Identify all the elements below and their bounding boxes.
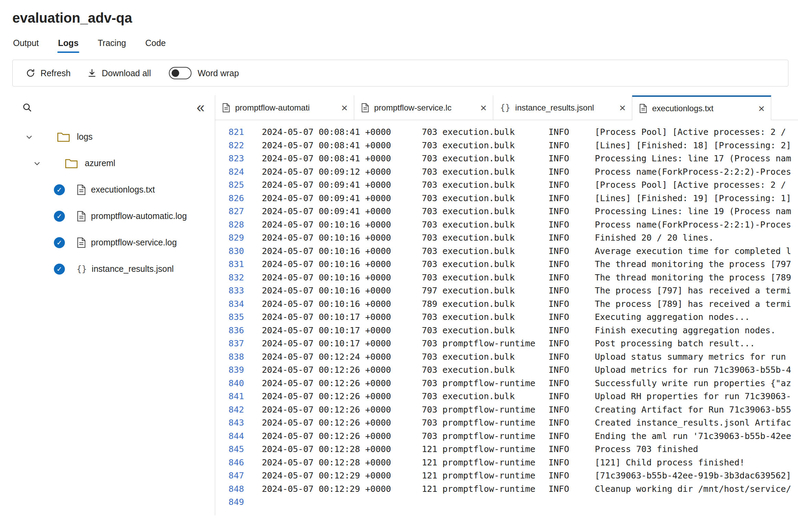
line-number: 835 [215,311,244,324]
log-logger: execution.bulk [442,390,535,403]
tree-folder-logs[interactable]: logs [12,124,215,150]
log-message: The thread monitoring the process [789 [595,271,798,285]
tab-tracing[interactable]: Tracing [97,38,127,53]
log-message: Finished 20 / 20 lines. [595,231,798,245]
log-message: Average execution time for completed l [595,245,798,258]
log-editor-area: promptflow-automati × promptflow-service… [215,95,798,515]
log-logger: execution.bulk [442,192,535,205]
editor-tab-promptflow-automatic[interactable]: promptflow-automati × [215,95,354,120]
log-line: 845 2024-05-07 00:12:28 +0000 121 prompt… [215,443,798,456]
word-wrap-toggle[interactable] [169,67,192,79]
line-number: 836 [215,324,244,337]
log-level: INFO [548,126,569,139]
log-pid: 121 [422,469,437,483]
log-message: Upload metrics for run 71c39063-b55b-4 [595,363,798,377]
document-icon [361,103,369,113]
log-level: INFO [548,192,569,205]
editor-tab-promptflow-service[interactable]: promptflow-service.lc × [354,95,493,120]
log-message: Processing Lines: line 19 (Process nam [595,205,798,218]
search-icon[interactable] [22,102,32,113]
log-pid: 703 [422,139,437,152]
download-icon [87,68,97,78]
log-level: INFO [548,205,569,218]
document-icon [77,237,86,248]
log-line: 846 2024-05-07 00:12:28 +0000 121 prompt… [215,456,798,470]
log-timestamp: 2024-05-07 00:12:26 +0000 [262,363,391,377]
log-message: Process name(ForkProcess-2:2:1)-Proces [595,218,798,232]
document-icon [222,103,230,113]
log-pid: 121 [422,443,437,456]
log-line: 828 2024-05-07 00:10:16 +0000 703 execut… [215,218,798,232]
log-timestamp: 2024-05-07 00:09:41 +0000 [262,178,391,192]
log-timestamp: 2024-05-07 00:10:16 +0000 [262,231,391,245]
log-timestamp: 2024-05-07 00:10:17 +0000 [262,311,391,324]
log-pid: 703 [422,271,437,285]
log-line: 822 2024-05-07 00:08:41 +0000 703 execut… [215,139,798,152]
log-level: INFO [548,377,569,390]
log-logger: promptflow-runtime [442,416,535,430]
log-timestamp: 2024-05-07 00:09:12 +0000 [262,165,391,179]
log-level: INFO [548,165,569,179]
log-level: INFO [548,231,569,245]
log-level: INFO [548,218,569,232]
chevron-down-icon[interactable] [32,159,42,167]
log-message: Upload status summary metrics for run [595,350,798,364]
log-logger: execution.bulk [442,165,535,179]
log-line: 833 2024-05-07 00:10:16 +0000 797 execut… [215,284,798,298]
close-icon[interactable]: × [757,103,766,114]
log-level: INFO [548,483,569,496]
word-wrap-control: Word wrap [169,67,239,79]
log-message: Creating Artifact for Run 71c39063-b55 [595,403,798,417]
log-logger: execution.bulk [442,152,535,165]
log-pid: 703 [422,324,437,337]
log-line: 836 2024-05-07 00:10:17 +0000 703 execut… [215,324,798,337]
close-icon[interactable]: × [618,102,627,113]
editor-tab-executionlogs[interactable]: executionlogs.txt × [632,95,771,120]
tree-item-promptflow-service[interactable]: ✓ promptflow-service.log [12,229,215,256]
tree-item-instance-results[interactable]: ✓ {} instance_results.jsonl [12,256,215,282]
log-line: 849 [215,496,798,509]
tab-logs[interactable]: Logs [57,38,79,53]
log-message: Ending the aml run '71c39063-b55b-42ee [595,430,798,443]
log-line: 831 2024-05-07 00:10:16 +0000 703 execut… [215,258,798,271]
check-badge-icon: ✓ [54,237,65,248]
tree-item-label: promptflow-service.log [91,238,177,247]
tab-output[interactable]: Output [12,38,39,53]
log-line: 823 2024-05-07 00:08:41 +0000 703 execut… [215,152,798,165]
log-message: The thread monitoring the process [797 [595,258,798,271]
tree-folder-label: azureml [85,158,115,168]
refresh-label: Refresh [41,68,71,78]
log-message: [Lines] [Finished: 18] [Processing: 2] [595,139,798,152]
tree-item-promptflow-automatic[interactable]: ✓ promptflow-automatic.log [12,203,215,229]
tab-code[interactable]: Code [144,38,166,53]
log-line: 837 2024-05-07 00:10:17 +0000 703 prompt… [215,337,798,350]
log-logger: execution.bulk [442,205,535,218]
log-message: Processing Lines: line 17 (Process nam [595,152,798,165]
close-icon[interactable]: × [479,102,488,113]
editor-tab-instance-results[interactable]: {} instance_results.jsonl × [493,95,632,120]
tree-item-executionlogs[interactable]: ✓ executionlogs.txt [12,176,215,203]
log-line: 835 2024-05-07 00:10:17 +0000 703 execut… [215,311,798,324]
log-level: INFO [548,271,569,285]
log-line: 834 2024-05-07 00:10:16 +0000 789 execut… [215,298,798,311]
log-message: Finish executing aggregation nodes. [595,324,798,337]
log-logger: promptflow-runtime [442,456,535,470]
log-timestamp: 2024-05-07 00:10:17 +0000 [262,337,391,350]
refresh-button[interactable]: Refresh [18,60,79,86]
log-viewer[interactable]: 821 2024-05-07 00:08:41 +0000 703 execut… [215,120,798,515]
log-pid: 121 [422,456,437,470]
log-level: INFO [548,469,569,483]
tree-folder-azureml[interactable]: azureml [12,150,215,176]
close-icon[interactable]: × [340,102,349,113]
log-level [548,496,569,509]
chevron-down-icon[interactable] [24,133,34,141]
download-all-button[interactable]: Download all [79,60,159,86]
line-number: 837 [215,337,244,350]
log-logger: promptflow-runtime [442,469,535,483]
log-logger: execution.bulk [442,178,535,192]
tree-folder-label: logs [77,132,93,142]
collapse-sidebar-icon[interactable]: « [197,100,205,115]
tree-item-label: instance_results.jsonl [92,264,174,274]
log-level: INFO [548,245,569,258]
line-number: 838 [215,350,244,364]
